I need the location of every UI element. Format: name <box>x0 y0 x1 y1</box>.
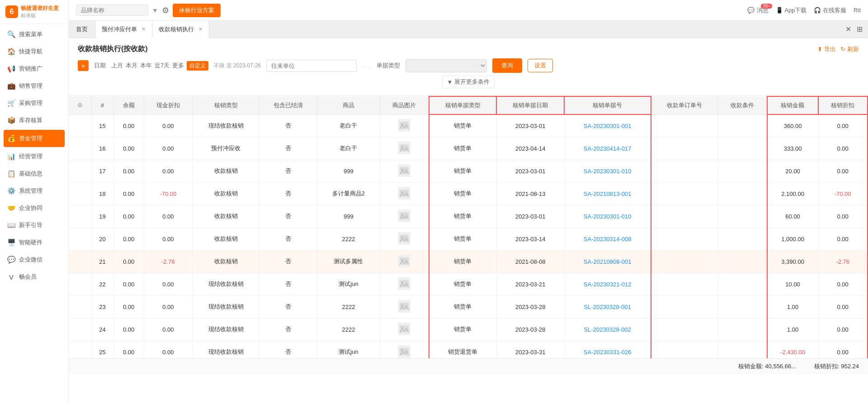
sidebar-item-sales[interactable]: 💼 销售管理 <box>0 77 68 95</box>
cell-discount: 0.00 <box>818 318 868 341</box>
cell-discount: 0.00 <box>818 295 868 318</box>
date-this-month[interactable]: 本月 <box>126 62 137 70</box>
cell-product: 测试多属性 <box>317 250 380 273</box>
cell-voucher-no[interactable]: SA-20230314-008 <box>564 228 651 250</box>
cell-type: 现结收款核销 <box>193 114 259 137</box>
sidebar-item-quicknav[interactable]: 🏠 快捷导航 <box>0 43 68 60</box>
cell-product: 2222 <box>317 228 380 250</box>
industry-btn[interactable]: 休验行业方案 <box>173 4 221 17</box>
cell-order-no <box>651 182 718 205</box>
cell-num: 24 <box>91 318 113 341</box>
basic-icon: 📋 <box>7 170 15 178</box>
refresh-icon: ↻ <box>840 46 845 52</box>
cell-amount: 1.00 <box>767 295 818 318</box>
filter-settings-btn[interactable]: 设置 <box>528 59 553 72</box>
message-icon: 💬 <box>747 7 755 14</box>
expand-more-conditions-btn[interactable]: ▼ 展开更多条件 <box>442 76 495 88</box>
sidebar-item-guide[interactable]: 📖 新手引导 <box>0 217 68 234</box>
cell-product: 测试jun <box>317 273 380 295</box>
cell-voucher-no[interactable]: SA-20230321-012 <box>564 273 651 295</box>
cell-cash-discount: 0.00 <box>144 114 193 137</box>
table-row: 21 0.00 -2.76 收款核销 否 测试多属性 销货单 2021-08-0… <box>69 250 868 273</box>
cell-voucher-no[interactable]: SL-20230328-001 <box>564 295 651 318</box>
cell-order-no <box>651 273 718 295</box>
date-last-7days[interactable]: 近7天 <box>155 62 170 70</box>
date-custom[interactable]: 自定义 <box>187 61 208 71</box>
cell-type: 现结收款核销 <box>193 318 259 341</box>
cell-settled: 否 <box>259 295 317 318</box>
cell-voucher-no[interactable]: SA-20230301-001 <box>564 114 651 137</box>
cell-voucher-no[interactable]: SA-20230301-010 <box>564 205 651 228</box>
date-last-month[interactable]: 上月 <box>111 62 123 70</box>
cell-product: 多计量商品2 <box>317 182 380 205</box>
cell-voucher-no[interactable]: SL-20230328-002 <box>564 318 651 341</box>
cell-voucher-date: 2021-08-13 <box>496 182 564 205</box>
main-area: ▼ ⚙ 休验行业方案 💬 消息 99+ 📱 App下载 🎧 在线客服 <box>69 0 868 404</box>
cell-voucher-no[interactable]: SA-20230331-026 <box>564 341 651 358</box>
cell-settled: 否 <box>259 137 317 160</box>
refresh-btn[interactable]: ↻ 刷新 <box>840 45 859 53</box>
tab-close-window-btn[interactable]: ✕ <box>844 23 853 35</box>
tab-receipt[interactable]: 收款核销执行 ✕ <box>152 21 209 38</box>
app-download-link[interactable]: 📱 App下载 <box>776 6 807 14</box>
date-this-year[interactable]: 本年 <box>140 62 152 70</box>
sidebar-item-hardware[interactable]: 🖥️ 智能硬件 <box>0 234 68 251</box>
table-row: 24 0.00 0.00 现结收款核销 否 2222 销货单 2023-03-2… <box>69 318 868 341</box>
online-service-link[interactable]: 🎧 在线客服 <box>814 6 846 14</box>
cell-product: 老白干 <box>317 137 380 160</box>
sidebar-item-search[interactable]: 🔍 搜索菜单 <box>0 26 68 43</box>
cell-voucher-no[interactable]: SA-20210813-001 <box>564 182 651 205</box>
cell-voucher-type: 销货单 <box>429 137 497 160</box>
sidebar-item-member[interactable]: V 畅会员 <box>0 268 68 285</box>
export-icon: ⬆ <box>817 46 822 52</box>
tab-home[interactable]: 首页 <box>69 21 95 38</box>
export-btn[interactable]: ⬆ 导出 <box>817 45 836 53</box>
tab-close-prepay[interactable]: ✕ <box>142 26 146 32</box>
date-more[interactable]: 更多 <box>172 62 184 70</box>
sidebar-item-operations[interactable]: 📊 经营管理 <box>0 148 68 165</box>
tab-prepay[interactable]: 预付冲应付单 ✕ <box>95 21 152 38</box>
hardware-icon: 🖥️ <box>7 238 15 247</box>
cell-product-img <box>380 273 429 295</box>
sidebar-item-basic[interactable]: 📋 基础信息 <box>0 165 68 182</box>
cell-voucher-date: 2023-03-28 <box>496 295 564 318</box>
tab-maximize-btn[interactable]: ⊞ <box>855 23 864 35</box>
tab-close-receipt[interactable]: ✕ <box>198 26 203 32</box>
filter-expand-left-btn[interactable]: » <box>78 60 89 71</box>
cell-condition <box>718 205 767 228</box>
chevron-down-icon[interactable]: ▼ <box>152 7 158 14</box>
settings-icon[interactable]: ⚙ <box>162 5 169 15</box>
th-voucher-date: 核销单据日期 <box>496 96 564 114</box>
table-row: 16 0.00 0.00 预付冲应收 否 老白干 销货单 2023-04-14 … <box>69 137 868 160</box>
cell-voucher-no[interactable]: SA-20210808-001 <box>564 250 651 273</box>
cell-settled: 否 <box>259 205 317 228</box>
filter-area: » 日期 上月 本月 本年 近7天 更多 自定义 不限 至 2023-07-26 <box>69 58 868 96</box>
sidebar-item-purchase[interactable]: 🛒 采购管理 <box>0 95 68 112</box>
purchase-icon: 🛒 <box>7 99 15 107</box>
svg-point-23 <box>401 282 403 284</box>
cell-settings <box>69 318 91 341</box>
notification-bell[interactable]: 💬 消息 99+ <box>747 6 769 14</box>
cell-voucher-type: 销货单 <box>429 273 497 295</box>
cell-settled: 否 <box>259 228 317 250</box>
sidebar-item-marketing[interactable]: 📢 营销推广 <box>0 60 68 77</box>
sidebar-item-inventory[interactable]: 📦 库存核算 <box>0 112 68 129</box>
trading-partner-input[interactable] <box>266 60 357 72</box>
cell-product-img <box>380 114 429 137</box>
brand-search-input[interactable] <box>76 5 148 16</box>
sidebar-item-system[interactable]: ⚙️ 系统管理 <box>0 182 68 200</box>
sidebar-item-collab[interactable]: 🤝 企业协同 <box>0 200 68 217</box>
sidebar-item-wechat[interactable]: 💬 企业微信 <box>0 251 68 268</box>
user-profile[interactable]: Rit <box>854 7 861 14</box>
sidebar-nav: 🔍 搜索菜单 🏠 快捷导航 📢 营销推广 💼 销售管理 🛒 采购管理 📦 <box>0 24 68 404</box>
sidebar-item-finance[interactable]: 💰 资金管理 <box>4 130 65 147</box>
cell-discount: 0.00 <box>818 114 868 137</box>
voucher-type-select[interactable] <box>406 59 487 72</box>
cell-voucher-no[interactable]: SA-20230414-017 <box>564 137 651 160</box>
sidebar-logo: 6 畅捷通谱好生意 标准版 <box>0 0 68 24</box>
notification-area: 💬 消息 99+ 📱 App下载 🎧 在线客服 Rit <box>747 6 861 14</box>
cell-product: 2222 <box>317 295 380 318</box>
cell-voucher-no[interactable]: SA-20230301-010 <box>564 160 651 182</box>
query-btn[interactable]: 查询 <box>492 58 522 73</box>
th-settings[interactable]: ⚙ <box>69 96 91 114</box>
